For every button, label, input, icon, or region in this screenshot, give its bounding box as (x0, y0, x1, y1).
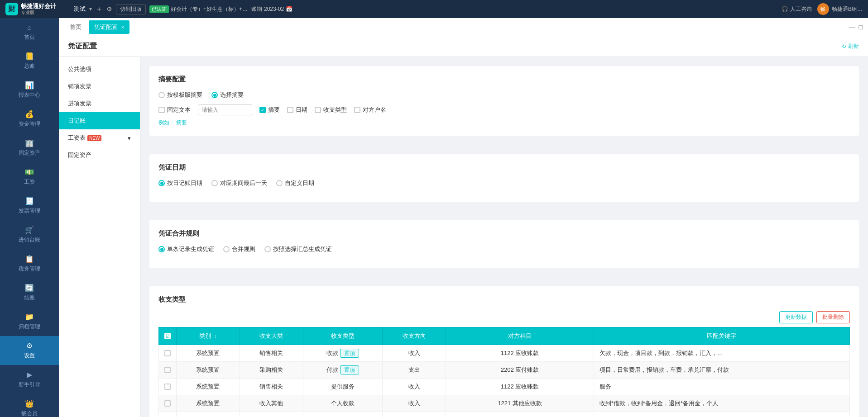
topbar-badge: 已认证 好会计（专）+好生意（标）+… (149, 5, 248, 13)
cell-counterpart-0: 1122 应收账款 (446, 345, 594, 362)
radio-single[interactable]: 单条记录生成凭证 (158, 245, 214, 253)
radio-template-summary[interactable]: 按模板版摘要 (158, 91, 202, 99)
th-checkbox[interactable]: ☑ (159, 327, 177, 345)
home-icon: ⌂ (27, 24, 32, 32)
calendar-icon[interactable]: 📅 (286, 6, 293, 12)
user-menu[interactable]: 畅 畅捷通B组… (817, 3, 863, 15)
left-menu-fixed-assets[interactable]: 固定资产 (59, 147, 140, 164)
sidebar-label-purchase: 进销台账 (19, 236, 40, 244)
cell-keyword-2: 服务 (594, 379, 849, 395)
tab-close-icon[interactable]: × (121, 24, 124, 30)
cell-checkbox-2[interactable] (159, 379, 177, 395)
row-checkbox-2[interactable] (164, 384, 171, 390)
topbar-right: 🎧 人工咨询 畅 畅捷通B组… (782, 3, 863, 15)
sidebar-item-settlement[interactable]: 🔄 结账 (0, 278, 59, 307)
summary-section: 摘要配置 按模板版摘要 选择摘要 (149, 66, 859, 136)
sidebar-item-home[interactable]: ⌂ 首页 (0, 18, 59, 47)
sidebar-item-tax[interactable]: 📋 税务管理 (0, 249, 59, 278)
left-menu-sales-invoice[interactable]: 销项发票 (59, 78, 140, 95)
left-menu-daily-ledger[interactable]: 日记账 (59, 112, 140, 129)
cell-counterpart-2: 1122 应收账款 (446, 379, 594, 395)
left-menu-purchase-invoice[interactable]: 进项发票 (59, 95, 140, 112)
topbar-gear-icon[interactable]: ⚙ (106, 5, 112, 13)
checkbox-box-fixed (158, 107, 165, 113)
radio-select-summary[interactable]: 选择摘要 (211, 91, 244, 99)
support-btn[interactable]: 🎧 人工咨询 (782, 5, 812, 13)
checkbox-summary[interactable]: ✓ 摘要 (259, 106, 280, 114)
headset-icon: 🎧 (782, 6, 788, 12)
sidebar-item-guide[interactable]: ▶ 新手引导 (0, 365, 59, 394)
row-checkbox-1[interactable] (164, 367, 171, 373)
cell-checkbox-3[interactable] (159, 395, 177, 412)
cell-checkbox-4[interactable] (159, 412, 177, 417)
sidebar-item-purchase[interactable]: 🛒 进销台账 (0, 220, 59, 249)
radio-custom-date[interactable]: 自定义日期 (276, 179, 314, 187)
table-row: 系统预置 采购相关 付款 置顶 支出 2202 应付账款 项目，日常费用，报销款… (159, 362, 850, 379)
update-data-btn[interactable]: 更新数据 (779, 311, 813, 323)
sidebar-item-assets[interactable]: 🏢 固定资产 (0, 133, 59, 162)
sidebar-label-settlement: 结账 (24, 294, 35, 302)
row-checkbox-3[interactable] (164, 400, 171, 407)
topbar-version-btn[interactable]: 切到旧版 (116, 4, 146, 14)
radio-journal-date[interactable]: 按日记账日期 (158, 179, 202, 187)
sidebar-item-invoice-mgmt[interactable]: 🧾 发票管理 (0, 191, 59, 220)
select-all-checkbox[interactable]: ☑ (164, 333, 171, 339)
logo-line2: 专业版 (21, 10, 56, 15)
sidebar-item-ledger[interactable]: 📒 总账 (0, 47, 59, 76)
sidebar-item-funds[interactable]: 💰 资金管理 (0, 104, 59, 133)
th-major-type: 收支大类 (240, 327, 303, 345)
cell-direction-0: 收入 (383, 345, 446, 362)
invoice-mgmt-icon: 🧾 (25, 197, 34, 205)
cell-direction-4: 收入 (383, 412, 446, 417)
topbar-center: 测试 ▾ ＋ ⚙ 切到旧版 已认证 好会计（专）+好生意（标）+… 账期 202… (74, 4, 777, 14)
radio-period-last[interactable]: 对应期间最后一天 (211, 179, 267, 187)
main-layout: ⌂ 首页 📒 总账 📊 报表中心 💰 资金管理 🏢 固定资产 💵 工资 (0, 18, 868, 417)
checkbox-type[interactable]: 收支类型 (315, 106, 347, 114)
tab-home[interactable]: 首页 (64, 20, 87, 34)
period-label: 账期 (251, 5, 262, 13)
sidebar-item-settings[interactable]: ⚙ 设置 (0, 336, 59, 365)
cell-checkbox-1[interactable] (159, 362, 177, 379)
topbar-add-btn[interactable]: ＋ (96, 5, 103, 14)
refresh-btn[interactable]: ↻ 刷新 (842, 43, 859, 50)
sidebar-item-reports[interactable]: 📊 报表中心 (0, 76, 59, 104)
tab-voucher[interactable]: 凭证配置 × (89, 20, 129, 34)
checkbox-fixed-text[interactable]: 固定文本 (158, 106, 191, 114)
sidebar-item-member[interactable]: 👑 畅会员 (0, 394, 59, 417)
cell-major-type-1: 采购相关 (240, 362, 303, 379)
batch-delete-btn[interactable]: 批量删除 (816, 311, 850, 323)
topbar-dropdown-arrow[interactable]: ▾ (89, 6, 92, 12)
cell-category-0: 系统预置 (177, 345, 240, 362)
type-badge-1[interactable]: 置顶 (340, 365, 359, 374)
sort-icon-category[interactable]: ↕ (215, 334, 217, 339)
radio-merge-rule[interactable]: 合并规则 (223, 245, 255, 253)
row-checkbox-0[interactable] (164, 350, 171, 356)
sidebar-label-funds: 资金管理 (19, 120, 40, 128)
checkbox-date[interactable]: 日期 (287, 106, 307, 114)
radio-select-total[interactable]: 按照选择汇总生成凭证 (264, 245, 332, 253)
cell-income-type-3: 个人收款 (303, 395, 383, 412)
date-radio-group: 按日记账日期 对应期间最后一天 自定义日期 (158, 179, 850, 187)
app-logo: 财 畅捷通好会计 专业版 (5, 3, 64, 15)
cell-category-3: 系统预置 (177, 395, 240, 412)
content-area: 首页 凭证配置 × — □ 凭证配置 ↻ 刷新 (59, 18, 868, 417)
cell-checkbox-0[interactable] (159, 345, 177, 362)
minimize-btn[interactable]: — (849, 24, 855, 31)
merge-radio-group: 单条记录生成凭证 合并规则 按照选择汇总生成凭证 (158, 245, 850, 253)
expand-arrow-icon: ▾ (128, 135, 131, 142)
sidebar-item-archive[interactable]: 📁 归档管理 (0, 307, 59, 336)
tab-bar: 首页 凭证配置 × — □ (59, 18, 868, 36)
type-badge-0[interactable]: 置顶 (340, 349, 359, 358)
sidebar-item-salary[interactable]: 💵 工资 (0, 162, 59, 191)
divider-1 (149, 145, 859, 145)
checkbox-counterpart[interactable]: 对方户名 (354, 106, 386, 114)
radio-dot-custom (276, 180, 283, 186)
left-menu-public[interactable]: 公共选项 (59, 61, 140, 78)
radio-dot-total (264, 246, 271, 252)
table-header: 更新数据 批量删除 (158, 311, 850, 323)
funds-icon: 💰 (25, 110, 34, 118)
fixed-text-input[interactable] (198, 104, 252, 115)
settlement-icon: 🔄 (25, 284, 34, 292)
maximize-btn[interactable]: □ (859, 24, 863, 31)
left-menu-salary-table[interactable]: 工资表 NEW ▾ (59, 129, 140, 147)
